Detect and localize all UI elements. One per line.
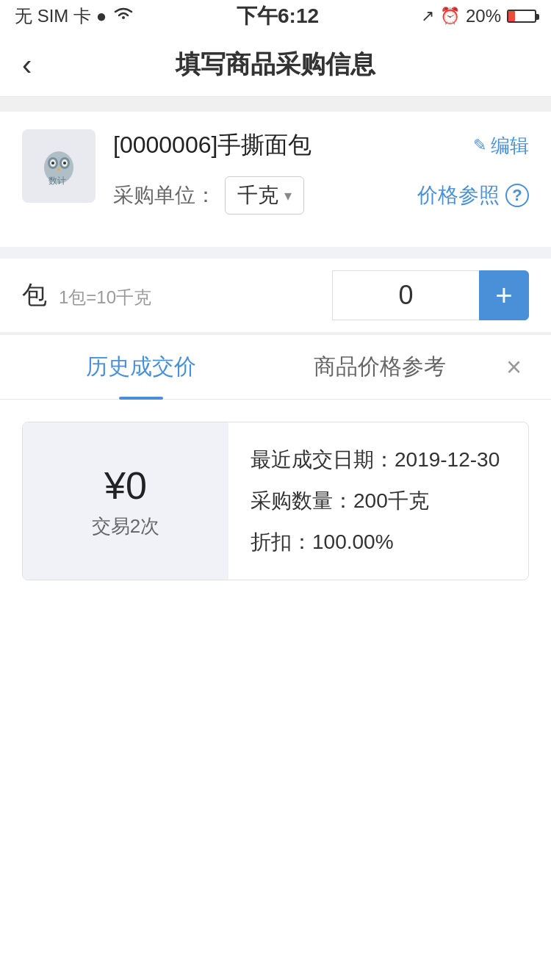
transaction-price-side: ¥0 交易2次 [23, 422, 228, 580]
detail-qty-row: 采购数量：200千克 [251, 486, 506, 516]
product-logo: 数计 [37, 144, 81, 188]
quantity-label-group: 包 1包=10千克 [22, 278, 151, 312]
svg-text:数计: 数计 [48, 176, 66, 186]
tabs-panel: 历史成交价 商品价格参考 × ¥0 交易2次 最近成交日期：2019-12-30… [0, 335, 551, 602]
dropdown-arrow-icon: ▾ [284, 187, 292, 204]
qty-label: 采购数量： [251, 489, 353, 512]
edit-label: 编辑 [491, 133, 529, 159]
svg-point-5 [51, 162, 54, 165]
tab-history-price[interactable]: 历史成交价 [22, 335, 260, 400]
edit-icon: ✎ [473, 136, 486, 155]
tabs-header: 历史成交价 商品价格参考 × [0, 335, 551, 400]
product-name: [0000006]手撕面包 [113, 129, 311, 162]
price-reference-button[interactable]: 价格参照 ? [417, 181, 529, 209]
main-content-area [0, 602, 551, 980]
price-ref-label: 价格参照 [417, 181, 500, 209]
tab-reference-label: 商品价格参考 [314, 352, 446, 382]
transaction-card: ¥0 交易2次 最近成交日期：2019-12-30 采购数量：200千克 折扣：… [22, 422, 529, 580]
product-name-row: [0000006]手撕面包 ✎ 编辑 [113, 129, 529, 162]
date-label: 最近成交日期： [251, 448, 395, 471]
tab-price-reference[interactable]: 商品价格参考 [260, 335, 498, 400]
alarm-icon: ⏰ [440, 7, 460, 26]
discount-label: 折扣： [251, 530, 312, 553]
product-unit-row: 采购单位： 千克 ▾ 价格参照 ? [113, 176, 529, 215]
product-info: [0000006]手撕面包 ✎ 编辑 采购单位： 千克 ▾ 价格参照 ? [113, 129, 529, 215]
quantity-input-group: 0 + [332, 270, 529, 320]
svg-point-6 [63, 162, 66, 165]
date-value: 2019-12-30 [395, 448, 500, 471]
edit-button[interactable]: ✎ 编辑 [473, 133, 529, 159]
quantity-conversion: 1包=10千克 [59, 286, 151, 309]
detail-discount-row: 折扣：100.00% [251, 527, 506, 558]
close-button[interactable]: × [499, 347, 529, 388]
quantity-add-button[interactable]: + [479, 270, 529, 320]
wifi-icon [112, 6, 134, 26]
sim-status: 无 SIM 卡 ● [15, 4, 107, 28]
battery-pct: 20% [466, 6, 501, 26]
discount-value: 100.00% [312, 530, 394, 553]
battery-icon [507, 10, 536, 23]
status-time: 下午6:12 [237, 2, 319, 30]
divider [0, 247, 551, 259]
status-bar: 无 SIM 卡 ● 下午6:12 ↗ ⏰ 20% [0, 0, 551, 32]
transaction-count: 交易2次 [92, 514, 159, 539]
product-header: 数计 [0000006]手撕面包 ✎ 编辑 采购单位： 千克 ▾ [22, 129, 529, 215]
back-button[interactable]: ‹ [22, 43, 39, 87]
product-section: 数计 [0000006]手撕面包 ✎ 编辑 采购单位： 千克 ▾ [0, 112, 551, 247]
detail-date-row: 最近成交日期：2019-12-30 [251, 444, 506, 475]
page-title: 填写商品采购信息 [176, 48, 375, 82]
transaction-content: ¥0 交易2次 最近成交日期：2019-12-30 采购数量：200千克 折扣：… [0, 400, 551, 602]
location-icon: ↗ [421, 7, 434, 26]
unit-label: 采购单位： [113, 181, 216, 209]
qty-value: 200千克 [353, 489, 429, 512]
tab-history-label: 历史成交价 [86, 352, 196, 382]
help-icon: ? [505, 184, 529, 207]
quantity-input[interactable]: 0 [332, 270, 479, 320]
status-left: 无 SIM 卡 ● [15, 4, 134, 28]
unit-selector[interactable]: 千克 ▾ [225, 176, 304, 215]
quantity-section: 包 1包=10千克 0 + [0, 259, 551, 332]
nav-bar: ‹ 填写商品采购信息 [0, 32, 551, 97]
unit-value: 千克 [237, 181, 278, 209]
quantity-unit: 包 [22, 278, 47, 312]
status-right: ↗ ⏰ 20% [421, 6, 536, 26]
product-thumbnail: 数计 [22, 129, 96, 203]
transaction-details-side: 最近成交日期：2019-12-30 采购数量：200千克 折扣：100.00% [228, 422, 528, 580]
transaction-price: ¥0 [104, 464, 147, 508]
